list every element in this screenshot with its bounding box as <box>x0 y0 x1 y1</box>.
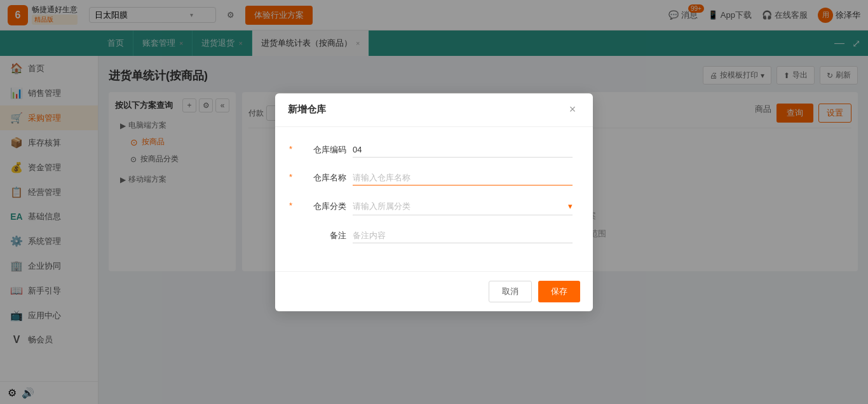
category-dropdown-icon: ▾ <box>568 201 573 211</box>
save-button[interactable]: 保存 <box>538 281 580 302</box>
modal-body: 仓库编码 仓库名称 仓库分类 请输入所属分类 ▾ 备注 <box>275 127 593 271</box>
cancel-button[interactable]: 取消 <box>489 281 532 302</box>
modal-close-button[interactable]: × <box>565 102 580 118</box>
category-select[interactable]: 请输入所属分类 ▾ <box>353 198 573 215</box>
modal-overlay: 新增仓库 × 仓库编码 仓库名称 仓库分类 请输入所属分类 ▾ <box>0 0 868 404</box>
form-row-note: 备注 <box>295 228 573 243</box>
modal-footer: 取消 保存 <box>275 271 593 311</box>
code-label: 仓库编码 <box>295 144 346 156</box>
category-placeholder: 请输入所属分类 <box>353 201 410 212</box>
name-label: 仓库名称 <box>295 172 346 184</box>
form-row-code: 仓库编码 <box>295 142 573 158</box>
note-label: 备注 <box>295 230 346 241</box>
name-input[interactable] <box>353 170 573 185</box>
category-label: 仓库分类 <box>295 201 346 212</box>
note-input[interactable] <box>353 228 573 243</box>
add-warehouse-modal: 新增仓库 × 仓库编码 仓库名称 仓库分类 请输入所属分类 ▾ <box>275 93 593 311</box>
modal-title: 新增仓库 <box>288 104 326 116</box>
form-row-name: 仓库名称 <box>295 170 573 185</box>
modal-header: 新增仓库 × <box>275 93 593 127</box>
form-row-category: 仓库分类 请输入所属分类 ▾ <box>295 198 573 215</box>
code-input[interactable] <box>353 142 573 158</box>
